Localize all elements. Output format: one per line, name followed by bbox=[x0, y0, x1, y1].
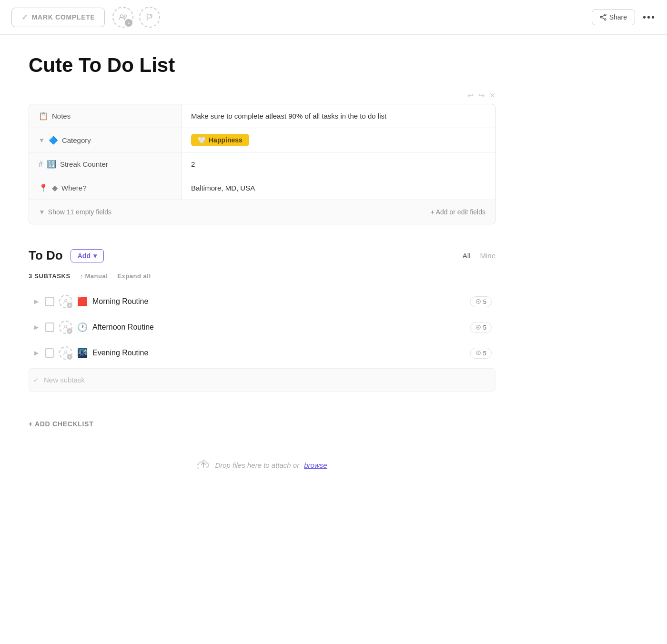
toolbar-right: Share ••• bbox=[592, 9, 656, 25]
streak-value[interactable]: 2 bbox=[182, 152, 495, 176]
share-button[interactable]: Share bbox=[592, 9, 635, 25]
fields-table: 📋 Notes Make sure to complete atleast 90… bbox=[29, 104, 495, 224]
expand-arrow-icon: ▶ bbox=[32, 324, 40, 331]
category-row: ▼ 🔷 Category 🤍 Happiness bbox=[29, 128, 495, 152]
subtask-item[interactable]: ▶ + 🟥 Morning Routine 5 bbox=[29, 289, 495, 314]
notes-icon: 📋 bbox=[39, 111, 48, 121]
subtask-icon bbox=[475, 324, 481, 330]
subtask-emoji: 🌃 bbox=[77, 348, 88, 358]
subtask-name: Afternoon Routine bbox=[92, 323, 465, 332]
plus-icon: + bbox=[67, 328, 72, 334]
subtask-name: Morning Routine bbox=[92, 297, 465, 306]
expand-arrow-icon: ▶ bbox=[32, 350, 40, 356]
field-controls: ↩ ↪ ✕ bbox=[29, 91, 495, 100]
show-empty-button[interactable]: ▼ Show 11 empty fields bbox=[39, 208, 111, 216]
svg-point-7 bbox=[65, 325, 67, 328]
subtask-badge: 5 bbox=[470, 322, 492, 333]
subtasks-meta: 3 SUBTASKS ↑ Manual Expand all bbox=[29, 272, 495, 280]
add-assignee-button[interactable]: + bbox=[112, 7, 133, 28]
notes-row: 📋 Notes Make sure to complete atleast 90… bbox=[29, 104, 495, 128]
expand-all-button[interactable]: Expand all bbox=[117, 272, 151, 280]
subtask-item[interactable]: ▶ + 🕐 Afternoon Routine 5 bbox=[29, 315, 495, 340]
svg-point-1 bbox=[124, 15, 127, 17]
toolbar: ✓ MARK COMPLETE + Share bbox=[0, 0, 667, 35]
plus-icon: + bbox=[67, 302, 72, 308]
svg-point-2 bbox=[604, 14, 606, 16]
badge-text: Happiness bbox=[209, 136, 243, 144]
manual-sort-button[interactable]: ↑ Manual bbox=[80, 272, 108, 280]
filter-mine-button[interactable]: Mine bbox=[480, 252, 495, 260]
category-label: ▼ 🔷 Category bbox=[29, 128, 182, 152]
badge-emoji: 🤍 bbox=[198, 136, 206, 144]
happiness-badge: 🤍 Happiness bbox=[191, 134, 249, 146]
add-button[interactable]: Add ▾ bbox=[71, 249, 104, 262]
close-icon[interactable]: ✕ bbox=[489, 91, 495, 100]
subtask-item[interactable]: ▶ + 🌃 Evening Routine 5 bbox=[29, 341, 495, 365]
todo-filters: All Mine bbox=[463, 252, 495, 260]
plus-icon: + bbox=[67, 354, 72, 360]
more-options-button[interactable]: ••• bbox=[643, 12, 656, 23]
subtask-count: 5 bbox=[483, 350, 486, 357]
streak-label: # 🔢 Streak Counter bbox=[29, 152, 182, 176]
where-row: 📍 ◆ Where? Baltimore, MD, USA bbox=[29, 176, 495, 200]
diamond-icon: ◆ bbox=[52, 183, 58, 192]
streak-row: # 🔢 Streak Counter 2 bbox=[29, 152, 495, 176]
category-value[interactable]: 🤍 Happiness bbox=[182, 128, 495, 152]
add-edit-fields-button[interactable]: + Add or edit fields bbox=[430, 208, 485, 216]
add-checklist-button[interactable]: + ADD CHECKLIST bbox=[29, 411, 495, 437]
mark-complete-button[interactable]: ✓ MARK COMPLETE bbox=[11, 8, 105, 27]
flag-button[interactable] bbox=[139, 7, 160, 28]
subtask-name: Evening Routine bbox=[92, 349, 465, 357]
assignee-icon[interactable]: + bbox=[59, 346, 72, 360]
dropdown-icon: ▼ bbox=[39, 137, 45, 144]
streak-icon: 🔢 bbox=[47, 160, 56, 169]
expand-arrow-icon: ▶ bbox=[32, 298, 40, 305]
share-icon bbox=[600, 14, 606, 20]
notes-label: 📋 Notes bbox=[29, 104, 182, 128]
svg-point-5 bbox=[65, 300, 67, 302]
undo-icon[interactable]: ↩ bbox=[467, 91, 474, 100]
todo-section: To Do Add ▾ All Mine 3 SUBTASKS ↑ Manual… bbox=[29, 248, 495, 392]
subtask-checkbox[interactable] bbox=[45, 348, 54, 358]
subtask-checkbox[interactable] bbox=[45, 322, 54, 332]
assignee-icon[interactable]: + bbox=[59, 295, 72, 308]
subtask-checkbox[interactable] bbox=[45, 297, 54, 306]
location-icon: 📍 bbox=[39, 183, 48, 192]
subtask-emoji: 🕐 bbox=[77, 322, 88, 332]
subtask-icon bbox=[475, 350, 481, 356]
browse-link[interactable]: browse bbox=[304, 461, 327, 469]
subtask-icon bbox=[475, 299, 481, 304]
svg-point-4 bbox=[600, 16, 602, 18]
where-label: 📍 ◆ Where? bbox=[29, 176, 182, 200]
redo-icon[interactable]: ↪ bbox=[478, 91, 485, 100]
notes-value[interactable]: Make sure to complete atleast 90% of all… bbox=[182, 104, 495, 128]
filter-all-button[interactable]: All bbox=[463, 252, 471, 260]
checkmark-icon: ✓ bbox=[21, 13, 28, 22]
flag-icon bbox=[146, 13, 153, 21]
subtask-emoji: 🟥 bbox=[77, 296, 88, 307]
chevron-down-icon: ▾ bbox=[93, 252, 97, 260]
show-empty-row: ▼ Show 11 empty fields + Add or edit fie… bbox=[29, 200, 495, 224]
drop-zone: Drop files here to attach or browse bbox=[29, 447, 495, 483]
svg-point-9 bbox=[65, 351, 67, 353]
subtask-badge: 5 bbox=[470, 348, 492, 359]
svg-point-3 bbox=[604, 19, 606, 20]
todo-header: To Do Add ▾ All Mine bbox=[29, 248, 495, 263]
where-value[interactable]: Baltimore, MD, USA bbox=[182, 176, 495, 200]
assignee-icon[interactable]: + bbox=[59, 321, 72, 334]
upload-icon bbox=[197, 459, 210, 471]
toolbar-icons: + bbox=[112, 7, 160, 28]
plus-badge: + bbox=[125, 19, 132, 27]
hash-icon: # bbox=[39, 160, 43, 169]
page-title: Cute To Do List bbox=[29, 54, 495, 77]
chevron-down-icon: ▼ bbox=[39, 208, 45, 216]
sort-up-icon: ↑ bbox=[80, 273, 83, 280]
category-icon: 🔷 bbox=[49, 136, 58, 145]
new-subtask-row[interactable]: ✓ New subtask bbox=[29, 368, 495, 392]
subtask-badge: 5 bbox=[470, 296, 492, 307]
subtask-list: ▶ + 🟥 Morning Routine 5 bbox=[29, 289, 495, 392]
main-content: Cute To Do List ↩ ↪ ✕ 📋 Notes Make sure … bbox=[0, 35, 524, 502]
subtasks-count: 3 SUBTASKS bbox=[29, 272, 71, 280]
subtask-count: 5 bbox=[483, 324, 486, 331]
checkmark-icon: ✓ bbox=[33, 375, 39, 384]
